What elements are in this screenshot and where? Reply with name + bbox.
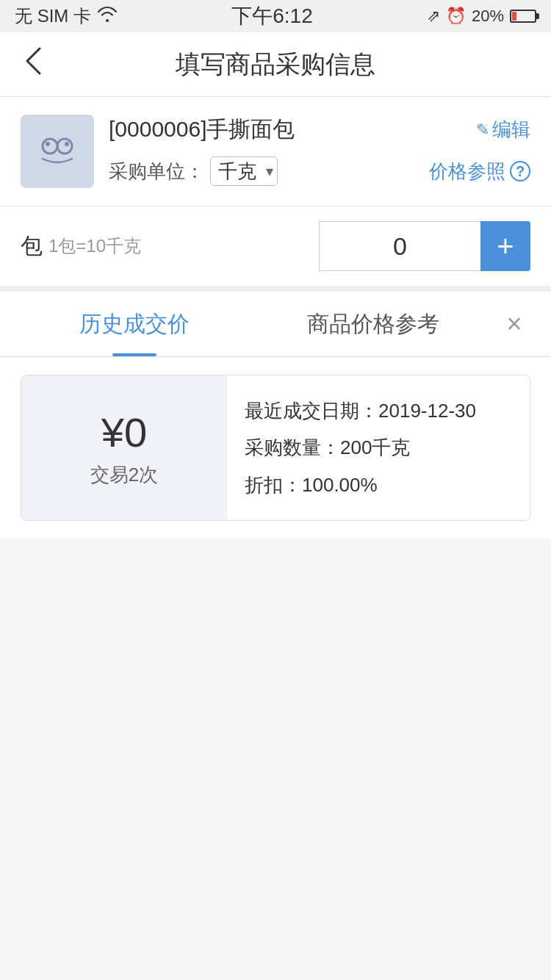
quantity-input[interactable]: 0 — [319, 221, 480, 271]
svg-point-2 — [46, 142, 50, 146]
tab-active-indicator — [112, 353, 156, 356]
price-qty-row: 采购数量：200千克 — [245, 434, 512, 461]
price-detail-right: 最近成交日期：2019-12-30 采购数量：200千克 折扣：100.00% — [227, 375, 530, 520]
back-button[interactable] — [18, 40, 48, 89]
discount-label: 折扣： — [245, 474, 302, 496]
quantity-plus-button[interactable]: + — [480, 221, 530, 271]
status-bar: 无 SIM 卡 下午6:12 ⇗ ⏰ 20% — [0, 0, 551, 32]
product-info: [0000006]手撕面包 ✎ 编辑 采购单位： 千克 包 ▾ — [109, 115, 530, 186]
product-card: [0000006]手撕面包 ✎ 编辑 采购单位： 千克 包 ▾ — [0, 97, 551, 206]
price-card-section: ¥0 交易2次 最近成交日期：2019-12-30 采购数量：200千克 折扣：… — [0, 357, 551, 538]
alarm-icon: ⏰ — [446, 7, 466, 26]
quantity-label: 包 1包=10千克 — [21, 231, 141, 262]
unit-select-wrap[interactable]: 千克 包 ▾ — [210, 156, 278, 186]
qty-value: 200千克 — [340, 436, 410, 458]
quantity-control: 0 + — [319, 221, 530, 271]
svg-point-0 — [43, 139, 57, 154]
edit-label: 编辑 — [492, 117, 530, 143]
status-left: 无 SIM 卡 — [15, 4, 118, 28]
unit-label: 采购单位： 千克 包 ▾ — [109, 156, 278, 186]
price-card: ¥0 交易2次 最近成交日期：2019-12-30 采购数量：200千克 折扣：… — [21, 375, 530, 521]
quantity-subtext: 1包=10千克 — [48, 234, 141, 258]
price-discount-row: 折扣：100.00% — [245, 472, 512, 498]
nav-bar: 填写商品采购信息 — [0, 32, 551, 97]
qty-label: 采购数量： — [245, 436, 340, 458]
battery-percent: 20% — [472, 7, 504, 26]
price-ref-label: 价格参照 — [429, 159, 505, 184]
battery-icon — [510, 10, 536, 23]
tab-bar: 历史成交价 商品价格参考 × — [0, 292, 551, 356]
quantity-row: 包 1包=10千克 0 + — [0, 206, 551, 292]
discount-value: 100.00% — [302, 474, 378, 496]
price-amount: ¥0 — [101, 408, 147, 456]
close-icon: × — [506, 309, 522, 339]
price-ref-button[interactable]: 价格参照 ? — [429, 159, 530, 184]
tab-price-reference[interactable]: 商品价格参考 — [253, 292, 492, 356]
edit-icon: ✎ — [476, 120, 489, 140]
tab-section: 历史成交价 商品价格参考 × — [0, 292, 551, 357]
main-content-area — [0, 538, 551, 979]
price-date-row: 最近成交日期：2019-12-30 — [245, 397, 512, 424]
svg-point-1 — [57, 139, 72, 154]
page-title: 填写商品采购信息 — [176, 48, 375, 82]
trade-count: 交易2次 — [90, 462, 158, 488]
date-label: 最近成交日期： — [245, 400, 378, 422]
unit-select[interactable]: 千克 包 — [210, 156, 278, 186]
location-icon: ⇗ — [427, 7, 440, 26]
edit-button[interactable]: ✎ 编辑 — [476, 117, 530, 143]
svg-point-3 — [65, 142, 69, 146]
price-ref-info-icon: ? — [510, 161, 530, 181]
product-thumbnail — [21, 115, 94, 188]
wifi-icon — [97, 6, 118, 26]
tab-close-button[interactable]: × — [492, 292, 536, 356]
tab-history-price[interactable]: 历史成交价 — [15, 292, 253, 356]
sim-status: 无 SIM 卡 — [15, 4, 91, 28]
status-right: ⇗ ⏰ 20% — [427, 7, 536, 26]
date-value: 2019-12-30 — [378, 400, 476, 422]
product-name: [0000006]手撕面包 — [109, 115, 295, 145]
status-time: 下午6:12 — [231, 2, 313, 30]
price-summary-left: ¥0 交易2次 — [21, 375, 227, 520]
quantity-unit: 包 — [21, 231, 43, 262]
